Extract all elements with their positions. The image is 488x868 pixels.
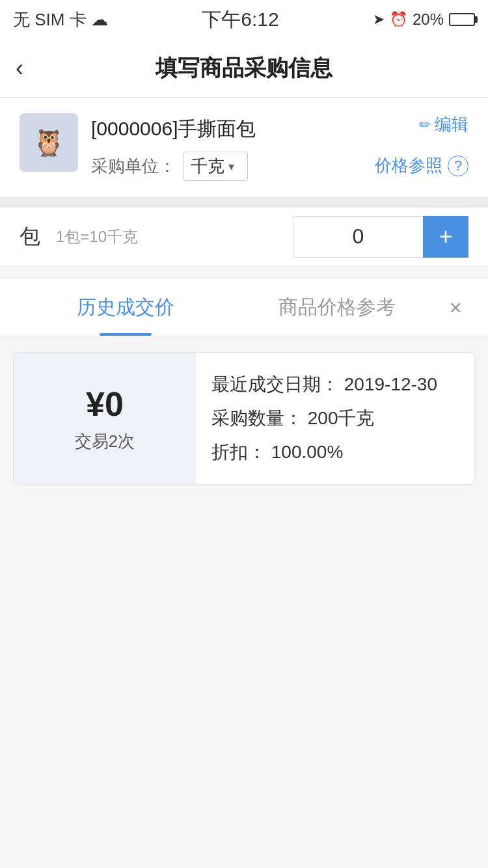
purchase-unit-label: 采购单位： — [91, 155, 176, 178]
panel-tabs: 历史成交价 商品价格参考 × — [0, 279, 488, 336]
quantity-input[interactable] — [293, 216, 423, 258]
tab-history-price[interactable]: 历史成交价 — [20, 279, 231, 336]
discount-value: 100.00% — [271, 442, 344, 462]
status-bar: 无 SIM 卡 ☁ 下午6:12 ➤ ⏰ 20% — [0, 0, 488, 39]
transaction-quantity-row: 采购数量： 200千克 — [211, 406, 459, 431]
price-ref-row: 价格参照 ? — [375, 154, 468, 177]
quantity-conversion: 1包=10千克 — [56, 226, 138, 247]
latest-date-value: 2019-12-30 — [344, 374, 437, 394]
page-title: 填写商品采购信息 — [156, 53, 332, 83]
battery-icon — [449, 13, 475, 26]
price-ref-label[interactable]: 价格参照 — [375, 154, 442, 177]
product-left: 🦉 [0000006]手撕面包 采购单位： 千克 ▾ — [20, 113, 256, 181]
transaction-price: ¥0 — [86, 385, 124, 424]
alarm-icon: ⏰ — [390, 11, 407, 28]
dropdown-arrow-icon: ▾ — [228, 159, 234, 174]
product-card: 🦉 [0000006]手撕面包 采购单位： 千克 ▾ ✏ 编辑 — [0, 98, 488, 197]
back-button[interactable]: ‹ — [16, 57, 23, 80]
tab-history-price-label: 历史成交价 — [77, 294, 174, 321]
unit-value: 千克 — [191, 155, 224, 178]
price-ref-help-icon[interactable]: ? — [448, 156, 468, 176]
unit-select-dropdown[interactable]: 千克 ▾ — [183, 152, 248, 181]
panel-content: ¥0 交易2次 最近成交日期： 2019-12-30 采购数量： 200千克 折… — [0, 336, 488, 500]
status-left: 无 SIM 卡 ☁ — [13, 8, 108, 31]
product-info: [0000006]手撕面包 采购单位： 千克 ▾ — [91, 113, 256, 181]
edit-label: 编辑 — [435, 113, 468, 136]
quantity-plus-button[interactable]: + — [423, 216, 468, 258]
location-icon: ➤ — [373, 11, 385, 28]
transaction-discount-row: 折扣： 100.00% — [211, 440, 459, 465]
battery-percent: 20% — [413, 10, 444, 29]
transaction-count: 交易2次 — [75, 430, 135, 453]
section-divider — [0, 197, 488, 208]
quantity-row: 包 1包=10千克 + — [0, 208, 488, 266]
transaction-price-area: ¥0 交易2次 — [14, 353, 196, 484]
status-right: ➤ ⏰ 20% — [373, 10, 475, 29]
transaction-card: ¥0 交易2次 最近成交日期： 2019-12-30 采购数量： 200千克 折… — [13, 352, 475, 485]
latest-date-label: 最近成交日期： — [211, 374, 339, 394]
discount-label: 折扣： — [211, 442, 266, 462]
product-thumbnail: 🦉 — [20, 113, 78, 172]
transaction-date-row: 最近成交日期： 2019-12-30 — [211, 372, 459, 397]
quantity-unit-label: 包 — [20, 223, 40, 251]
quantity-value: 200千克 — [308, 408, 375, 428]
product-name: [0000006]手撕面包 — [91, 116, 256, 142]
tab-product-price-ref[interactable]: 商品价格参考 — [231, 279, 442, 336]
product-unit-row: 采购单位： 千克 ▾ — [91, 152, 256, 181]
transaction-details: 最近成交日期： 2019-12-30 采购数量： 200千克 折扣： 100.0… — [196, 353, 474, 484]
sim-label: 无 SIM 卡 ☁ — [13, 8, 108, 31]
product-thumb-icon: 🦉 — [33, 128, 65, 158]
edit-button[interactable]: ✏ 编辑 — [419, 113, 468, 136]
tab-underline — [100, 333, 152, 336]
quantity-input-area: + — [293, 216, 468, 258]
quantity-label: 采购数量： — [211, 408, 303, 428]
product-actions: ✏ 编辑 价格参照 ? — [375, 113, 468, 177]
tab-product-price-ref-label: 商品价格参考 — [278, 294, 396, 321]
panel-close-button[interactable]: × — [442, 295, 468, 320]
product-header: 🦉 [0000006]手撕面包 采购单位： 千克 ▾ ✏ 编辑 — [20, 113, 468, 181]
status-time: 下午6:12 — [202, 7, 278, 33]
edit-icon: ✏ — [419, 116, 431, 133]
nav-bar: ‹ 填写商品采购信息 — [0, 39, 488, 98]
